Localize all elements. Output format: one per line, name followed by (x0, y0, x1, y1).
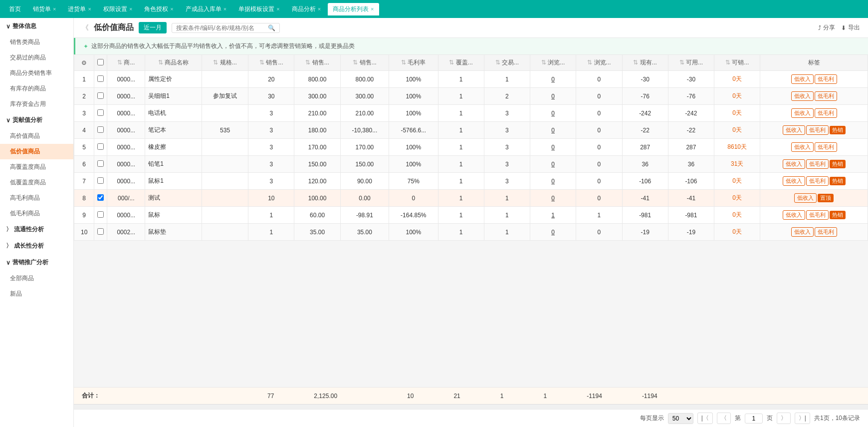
cell-browse1[interactable]: 0 (530, 105, 576, 122)
browse-link[interactable]: 0 (551, 93, 555, 100)
sidebar-item-all-products[interactable]: 全部商品 (0, 271, 73, 286)
cell-browse1[interactable]: 0 (530, 190, 576, 207)
scroll-bar[interactable] (74, 404, 868, 409)
close-icon[interactable]: × (318, 6, 321, 12)
sidebar-group-overall[interactable]: ∨ 整体信息 (0, 18, 73, 34)
nav-home[interactable]: 首页 (4, 3, 26, 15)
cell-checkbox[interactable] (94, 190, 107, 207)
close-icon[interactable]: × (223, 6, 226, 12)
row-checkbox[interactable] (97, 109, 104, 116)
row-checkbox[interactable] (97, 177, 104, 184)
sidebar-item-low-margin[interactable]: 低毛利商品 (0, 206, 73, 221)
close-icon[interactable]: × (53, 6, 56, 12)
row-checkbox[interactable] (97, 92, 104, 99)
col-sale-qty[interactable]: ⇅ 销售... (248, 55, 294, 71)
row-checkbox[interactable] (97, 75, 104, 82)
col-checkbox[interactable] (94, 55, 107, 71)
cell-checkbox[interactable] (94, 71, 107, 88)
col-browse1[interactable]: ⇅ 浏览... (530, 55, 576, 71)
cell-checkbox[interactable] (94, 105, 107, 122)
close-icon[interactable]: × (129, 6, 132, 12)
prev-page-button[interactable]: 〈 (717, 413, 731, 424)
next-page-button[interactable]: 〉 (777, 413, 791, 424)
nav-template[interactable]: 单据模板设置× (233, 3, 284, 15)
cell-browse1[interactable]: 0 (530, 156, 576, 173)
sidebar-group-growth[interactable]: 〉 成长性分析 (0, 238, 73, 254)
cell-checkbox[interactable] (94, 173, 107, 190)
col-sellable[interactable]: ⇅ 可销... (714, 55, 760, 71)
col-name[interactable]: ⇅ 商品名称 (145, 55, 202, 71)
search-input[interactable] (176, 24, 266, 31)
sidebar-item-sales-products[interactable]: 销售类商品 (0, 34, 73, 50)
close-icon[interactable]: × (276, 6, 279, 12)
row-checkbox[interactable] (97, 194, 104, 201)
browse-link[interactable]: 0 (551, 178, 555, 185)
col-avail[interactable]: ⇅ 可用... (668, 55, 714, 71)
cell-browse1[interactable]: 0 (530, 224, 576, 241)
page-number-input[interactable] (745, 414, 763, 424)
cell-checkbox[interactable] (94, 88, 107, 105)
close-icon[interactable]: × (371, 6, 374, 12)
search-icon[interactable]: 🔍 (268, 24, 275, 31)
col-settings[interactable]: ⚙ (74, 55, 94, 71)
sidebar-item-category-sales[interactable]: 商品分类销售率 (0, 65, 73, 81)
col-cover[interactable]: ⇅ 覆盖... (438, 55, 484, 71)
nav-permission[interactable]: 权限设置× (98, 3, 137, 15)
browse-link[interactable]: 1 (551, 212, 555, 219)
sidebar-item-high-coverage[interactable]: 高覆盖度商品 (0, 159, 73, 175)
row-checkbox[interactable] (97, 143, 104, 150)
nav-purchase[interactable]: 进货单× (63, 3, 96, 15)
row-checkbox[interactable] (97, 211, 104, 218)
cell-browse1[interactable]: 0 (530, 122, 576, 139)
browse-link[interactable]: 0 (551, 144, 555, 151)
col-sale2[interactable]: ⇅ 销售... (340, 55, 389, 71)
row-checkbox[interactable] (97, 228, 104, 235)
cell-browse1[interactable]: 0 (530, 71, 576, 88)
sidebar-group-marketing[interactable]: ∨ 营销推广分析 (0, 254, 73, 271)
cell-checkbox[interactable] (94, 156, 107, 173)
last-page-button[interactable]: 〉| (795, 413, 810, 424)
filter-recent-button[interactable]: 近一月 (139, 22, 167, 33)
sidebar-item-stock-products[interactable]: 有库存的商品 (0, 81, 73, 96)
nav-product-analysis[interactable]: 商品分析× (287, 3, 326, 15)
sidebar-item-new-products[interactable]: 新品 (0, 286, 73, 302)
row-checkbox[interactable] (97, 160, 104, 167)
cell-browse1[interactable]: 0 (530, 139, 576, 156)
browse-link[interactable]: 0 (551, 110, 555, 117)
col-code[interactable]: ⇅ 商... (107, 55, 145, 71)
cell-browse1[interactable]: 0 (530, 173, 576, 190)
nav-product-in[interactable]: 产成品入库单× (181, 3, 231, 15)
collapse-sidebar-button[interactable]: 《 (82, 23, 89, 32)
nav-product-analysis-list[interactable]: 商品分析列表× (328, 3, 379, 15)
sidebar-group-circulation[interactable]: 〉 流通性分析 (0, 221, 73, 238)
cell-checkbox[interactable] (94, 122, 107, 139)
close-icon[interactable]: × (170, 6, 173, 12)
row-checkbox[interactable] (97, 126, 104, 133)
sidebar-item-low-value[interactable]: 低价值商品 (0, 144, 73, 159)
sidebar-item-stock-funds[interactable]: 库存资金占用 (0, 96, 73, 112)
cell-checkbox[interactable] (94, 207, 107, 224)
nav-role[interactable]: 角色授权× (139, 3, 178, 15)
sidebar-item-low-coverage[interactable]: 低覆盖度商品 (0, 175, 73, 190)
col-gross[interactable]: ⇅ 毛利率 (389, 55, 438, 71)
col-stock[interactable]: ⇅ 现有... (622, 55, 668, 71)
cell-browse1[interactable]: 1 (530, 207, 576, 224)
cell-checkbox[interactable] (94, 139, 107, 156)
browse-link[interactable]: 0 (551, 127, 555, 134)
cell-browse1[interactable]: 0 (530, 88, 576, 105)
sidebar-item-high-margin[interactable]: 高毛利商品 (0, 190, 73, 206)
browse-link[interactable]: 0 (551, 161, 555, 168)
browse-link[interactable]: 0 (551, 195, 555, 202)
browse-link[interactable]: 0 (551, 76, 555, 83)
col-sale1[interactable]: ⇅ 销售... (294, 55, 340, 71)
sidebar-item-traded-products[interactable]: 交易过的商品 (0, 50, 73, 65)
col-trade[interactable]: ⇅ 交易... (484, 55, 530, 71)
sidebar-item-high-value[interactable]: 高价值商品 (0, 128, 73, 144)
export-button[interactable]: ⬇ 导出 (841, 23, 860, 32)
select-all-checkbox[interactable] (97, 59, 104, 65)
first-page-button[interactable]: |〈 (697, 413, 713, 424)
nav-sales[interactable]: 销货单× (28, 3, 61, 15)
cell-checkbox[interactable] (94, 224, 107, 241)
browse-link[interactable]: 0 (551, 229, 555, 236)
close-icon[interactable]: × (88, 6, 91, 12)
